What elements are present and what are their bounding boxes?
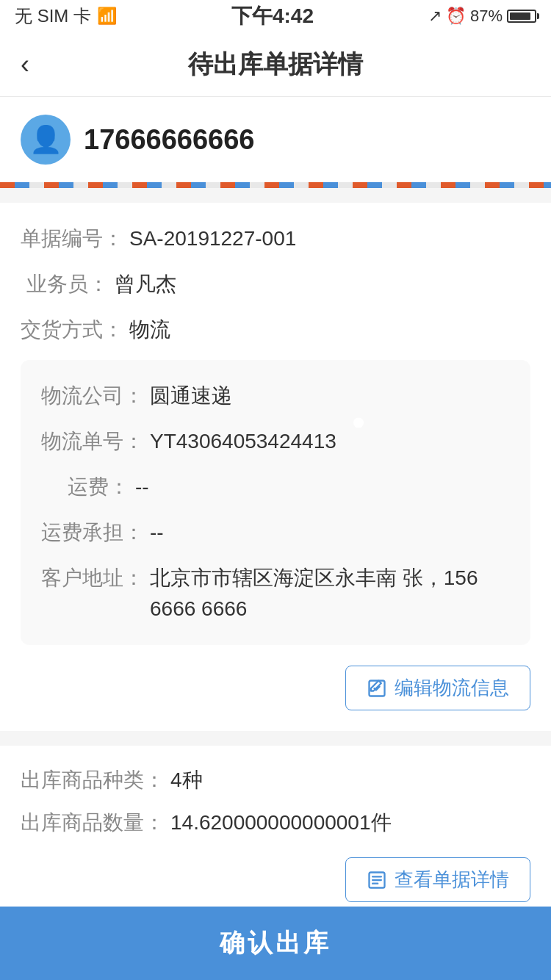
view-details-button[interactable]: 查看单据详情 — [345, 857, 530, 902]
salesman-row: 业务员： 曾凡杰 — [21, 269, 530, 300]
delivery-row: 交货方式： 物流 — [21, 314, 530, 345]
location-pin-icon — [339, 423, 377, 461]
wifi-icon: 📶 — [97, 7, 117, 26]
order-no-label: 单据编号： — [21, 223, 123, 254]
confirm-bar[interactable]: 确认出库 — [0, 907, 551, 980]
edit-btn-wrap: 编辑物流信息 — [21, 666, 530, 710]
document-icon — [367, 870, 387, 890]
order-info-section: 单据编号： SA-20191227-001 业务员： 曾凡杰 交货方式： 物流 … — [0, 203, 551, 731]
delivery-label: 交货方式： — [21, 314, 123, 345]
freight-value: -- — [135, 472, 510, 502]
freight-bearer-row: 运费承担： -- — [41, 517, 510, 548]
view-btn-wrap: 查看单据详情 — [21, 857, 530, 902]
avatar: 👤 — [21, 115, 71, 165]
carrier-text: 无 SIM 卡 — [15, 4, 91, 28]
address-row: 客户地址： 北京市市辖区海淀区永丰南 张，156 6666 6666 — [41, 563, 510, 624]
freight-row: 运费： -- — [41, 472, 510, 502]
customer-phone: 17666666666 — [84, 124, 254, 156]
goods-section: 出库商品种类： 4种 出库商品数量： 14.620000000000001件 查… — [0, 746, 551, 923]
edit-logistics-button[interactable]: 编辑物流信息 — [345, 666, 530, 710]
tracking-value: YT43064053424413 — [150, 426, 510, 457]
tracking-no-text: YT43064053424413 — [150, 426, 336, 457]
battery-percent: 87% — [470, 7, 503, 26]
edit-icon — [367, 678, 387, 699]
address-label: 客户地址： — [41, 563, 144, 594]
view-details-label: 查看单据详情 — [395, 867, 509, 893]
goods-quantity-label: 出库商品数量： — [21, 809, 165, 837]
location-icon: ↗ — [428, 7, 442, 26]
alarm-icon: ⏰ — [446, 7, 466, 26]
order-no-value: SA-20191227-001 — [129, 223, 530, 254]
page-title: 待出库单据详情 — [188, 48, 363, 82]
freight-bearer-label: 运费承担： — [41, 517, 144, 548]
delivery-value: 物流 — [129, 314, 530, 345]
nav-bar: ‹ 待出库单据详情 — [0, 32, 551, 97]
battery-icon — [507, 10, 536, 23]
goods-types-value: 4种 — [170, 766, 203, 794]
status-time: 下午4:42 — [231, 2, 314, 30]
status-left: 无 SIM 卡 📶 — [15, 4, 117, 28]
confirm-button-label: 确认出库 — [220, 926, 331, 960]
goods-quantity-row: 出库商品数量： 14.620000000000001件 — [21, 809, 530, 837]
logistics-card: 物流公司： 圆通速递 物流单号： YT43064053424413 运费： --… — [21, 360, 530, 645]
freight-label: 运费： — [41, 472, 129, 502]
dashed-divider — [0, 182, 551, 188]
logistics-company-label: 物流公司： — [41, 381, 144, 411]
tracking-row: 物流单号： YT43064053424413 — [41, 426, 510, 457]
edit-btn-label: 编辑物流信息 — [395, 675, 509, 701]
goods-types-label: 出库商品种类： — [21, 766, 165, 794]
salesman-value: 曾凡杰 — [115, 269, 530, 300]
goods-quantity-value: 14.620000000000001件 — [170, 809, 392, 837]
status-bar: 无 SIM 卡 📶 下午4:42 ↗ ⏰ 87% — [0, 0, 551, 32]
logistics-company-row: 物流公司： 圆通速递 — [41, 381, 510, 411]
address-value: 北京市市辖区海淀区永丰南 张，156 6666 6666 — [150, 563, 510, 624]
user-icon: 👤 — [29, 124, 62, 155]
customer-header: 👤 17666666666 — [0, 97, 551, 182]
back-button[interactable]: ‹ — [21, 49, 29, 80]
status-right: ↗ ⏰ 87% — [428, 7, 536, 26]
salesman-label: 业务员： — [21, 269, 109, 300]
goods-types-row: 出库商品种类： 4种 — [21, 766, 530, 794]
logistics-company-value: 圆通速递 — [150, 381, 510, 411]
freight-bearer-value: -- — [150, 517, 510, 548]
tracking-label: 物流单号： — [41, 426, 144, 457]
order-no-row: 单据编号： SA-20191227-001 — [21, 223, 530, 254]
